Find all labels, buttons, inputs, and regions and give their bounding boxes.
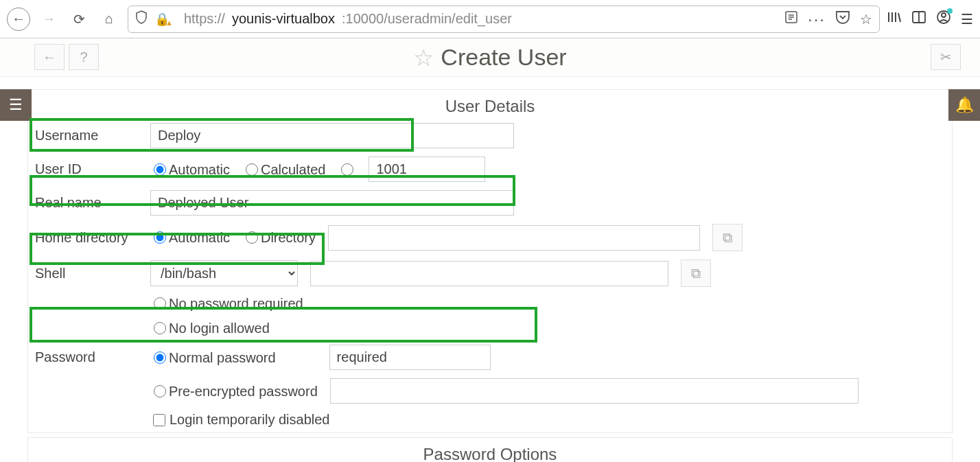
password-nologin-option[interactable]: No login allowed <box>150 321 270 336</box>
username-label: Username <box>28 119 145 152</box>
userid-number-input[interactable] <box>369 157 485 182</box>
password-preenc-input[interactable] <box>330 378 859 404</box>
account-icon[interactable] <box>936 10 951 28</box>
header-tool-button[interactable]: ✂ <box>931 44 961 70</box>
password-options-panel: Password Options Password changed Never … <box>27 437 953 462</box>
url-host: younis-virtualbox <box>232 11 335 27</box>
reader-mode-icon[interactable] <box>784 10 798 27</box>
password-normal-input[interactable] <box>329 345 491 370</box>
page-title: Create User <box>441 44 566 71</box>
password-label: Password <box>28 340 145 374</box>
url-bar[interactable]: 🔒▲ https://younis-virtualbox:10000/usera… <box>128 5 880 33</box>
lock-warning-icon: 🔒▲ <box>154 12 177 27</box>
bookmark-star-icon[interactable]: ☆ <box>860 11 872 27</box>
realname-label: Real name <box>28 186 145 220</box>
username-input[interactable] <box>150 123 514 148</box>
url-scheme: https:// <box>184 11 225 27</box>
shield-icon <box>135 10 148 27</box>
browser-toolbar: ← → ⟳ ⌂ 🔒▲ https://younis-virtualbox:100… <box>0 0 980 38</box>
svg-line-7 <box>898 13 900 22</box>
shell-custom-input[interactable] <box>310 261 668 286</box>
url-actions: ··· ☆ <box>784 10 872 29</box>
password-preenc-option[interactable]: Pre-encrypted password <box>150 383 318 400</box>
page-title-wrap: ☆ Create User <box>0 44 980 71</box>
shell-select[interactable]: /bin/bash <box>150 260 298 286</box>
left-drawer-toggle[interactable]: ☰ <box>0 89 32 121</box>
user-details-heading: User Details <box>28 90 952 119</box>
back-button[interactable]: ← <box>7 8 30 31</box>
notifications-toggle[interactable]: 🔔 <box>948 89 980 121</box>
sidebar-icon[interactable] <box>911 10 926 27</box>
header-back-button[interactable]: ← <box>34 44 65 70</box>
header-help-button[interactable]: ? <box>69 44 99 70</box>
svg-point-11 <box>942 13 946 17</box>
forward-button[interactable]: → <box>37 8 60 31</box>
userid-automatic-option[interactable]: Automatic <box>150 161 230 178</box>
more-icon[interactable]: ··· <box>808 10 826 29</box>
homedir-label: Home directory <box>28 220 145 255</box>
favorite-star-icon[interactable]: ☆ <box>413 44 434 71</box>
password-none-option[interactable]: No password required <box>150 296 303 311</box>
userid-manual-option[interactable] <box>338 161 356 178</box>
reload-button[interactable]: ⟳ <box>67 8 91 31</box>
homedir-browse-button[interactable]: ⧉ <box>712 224 743 251</box>
homedir-input[interactable] <box>328 225 700 251</box>
url-path: :10000/useradmin/edit_user <box>342 11 512 27</box>
browser-right-icons: ☰ <box>887 10 973 28</box>
userid-calculated-option[interactable]: Calculated <box>242 161 326 178</box>
password-normal-option[interactable]: Normal password <box>150 349 276 366</box>
home-button[interactable]: ⌂ <box>97 8 121 31</box>
pocket-icon[interactable] <box>835 10 850 27</box>
hamburger-menu-icon[interactable]: ☰ <box>961 11 973 27</box>
page-header: ← ? ☆ Create User ✂ <box>0 38 980 77</box>
homedir-directory-option[interactable]: Directory <box>242 229 316 246</box>
library-icon[interactable] <box>887 10 902 27</box>
homedir-automatic-option[interactable]: Automatic <box>150 229 230 246</box>
shell-browse-button[interactable]: ⧉ <box>681 259 711 287</box>
user-details-panel: User Details Username User ID Automatic … <box>27 89 953 433</box>
realname-input[interactable] <box>150 190 514 216</box>
login-temp-disabled-checkbox[interactable]: Login temporarily disabled <box>150 412 329 427</box>
shell-label: Shell <box>28 255 145 291</box>
userid-label: User ID <box>28 152 145 186</box>
password-options-heading: Password Options <box>28 438 952 462</box>
